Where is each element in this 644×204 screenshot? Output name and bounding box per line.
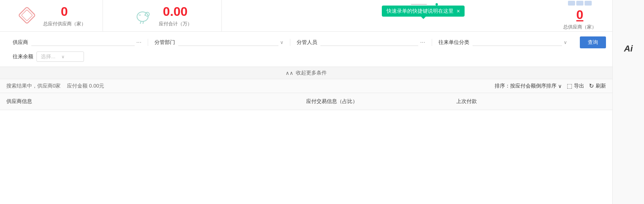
dept-input-wrapper bbox=[178, 39, 278, 46]
refresh-icon: ↻ bbox=[589, 82, 594, 90]
export-label: 导出 bbox=[574, 82, 584, 90]
unit-input-wrapper bbox=[473, 39, 562, 46]
payable-total-values: 0.00 应付合计（万） bbox=[159, 4, 192, 27]
unit-input[interactable] bbox=[473, 39, 562, 45]
sort-label: 排序：按应付会额倒序排序 bbox=[495, 82, 556, 90]
ai-label[interactable]: Ai bbox=[624, 44, 633, 54]
collapse-bar: ∧∧ 收起更多条件 bbox=[0, 67, 612, 79]
mini-rect-3 bbox=[585, 1, 592, 6]
total-suppliers-number: 0 bbox=[576, 7, 583, 22]
payable-total-number: 0.00 bbox=[163, 4, 187, 19]
results-amount: 应付金额 0.00元 bbox=[67, 82, 104, 90]
query-button[interactable]: 查询 bbox=[580, 36, 606, 48]
export-icon: ⬚ bbox=[567, 82, 572, 90]
filter-row-1: 供应商 ··· 分管部门 ∨ 分管人员 bbox=[6, 36, 606, 48]
results-bar: 搜索结果中，供应商0家 应付金额 0.00元 排序：按应付会额倒序排序 ∨ ⬚ … bbox=[0, 79, 612, 93]
sort-dropdown[interactable]: 排序：按应付会额倒序排序 ∨ bbox=[495, 82, 562, 90]
right-panel: Ai bbox=[612, 0, 644, 204]
person-input-wrapper bbox=[320, 39, 419, 46]
col-transaction-info: 应付交易信息（占比） bbox=[306, 98, 456, 105]
svg-point-2 bbox=[137, 12, 148, 21]
balance-arrow: ∨ bbox=[61, 54, 80, 59]
export-button[interactable]: ⬚ 导出 bbox=[567, 82, 584, 90]
dept-label: 分管部门 bbox=[154, 39, 175, 46]
collapse-label: 收起更多条件 bbox=[296, 69, 327, 76]
tooltip-container: 快速录单的快捷键说明在这里 × bbox=[408, 2, 439, 6]
col-last-payment: 上次付款 bbox=[456, 98, 606, 105]
supplier-input[interactable] bbox=[31, 39, 135, 45]
stat-payable-total: 0.00 应付合计（万） bbox=[103, 0, 222, 31]
tooltip-bubble: 快速录单的快捷键说明在这里 × bbox=[382, 6, 465, 17]
unit-label: 往来单位分类 bbox=[438, 39, 469, 46]
filter-row-2: 往来余额 选择... ∨ bbox=[6, 51, 606, 62]
results-suppliers-count: 搜索结果中，供应商0家 bbox=[6, 82, 61, 90]
stat-total-payable: 0 总应付供应商（家） bbox=[0, 0, 103, 31]
dept-chevron[interactable]: ∨ bbox=[280, 40, 284, 45]
person-dots[interactable]: ··· bbox=[420, 39, 425, 46]
balance-select[interactable]: 选择... ∨ bbox=[36, 51, 84, 62]
supplier-label: 供应商 bbox=[13, 39, 28, 46]
svg-point-4 bbox=[139, 14, 141, 16]
supplier-dots[interactable]: ··· bbox=[136, 39, 141, 46]
supplier-input-wrapper bbox=[31, 39, 135, 46]
main-content: 0 总应付供应商（家） 0.00 bbox=[0, 0, 612, 204]
filter-person: 分管人员 ··· bbox=[290, 39, 432, 46]
balance-placeholder: 选择... bbox=[41, 53, 59, 60]
table-header: 供应商信息 应付交易信息（占比） 上次付款 bbox=[0, 93, 612, 110]
refresh-label: 刷新 bbox=[596, 82, 606, 90]
results-right: 排序：按应付会额倒序排序 ∨ ⬚ 导出 ↻ 刷新 bbox=[495, 82, 606, 90]
results-left: 搜索结果中，供应商0家 应付金额 0.00元 bbox=[6, 82, 104, 90]
stat-total-suppliers: 0 总供应商（家） bbox=[547, 0, 612, 34]
person-input[interactable] bbox=[320, 39, 419, 45]
mini-rect-1 bbox=[568, 1, 575, 6]
person-label: 分管人员 bbox=[297, 39, 317, 46]
tooltip-text: 快速录单的快捷键说明在这里 bbox=[387, 8, 453, 15]
collapse-chevrons: ∧∧ bbox=[286, 70, 293, 76]
balance-label: 往来余额 bbox=[13, 53, 33, 60]
collapse-button[interactable]: ∧∧ 收起更多条件 bbox=[286, 69, 327, 76]
piggy-icon bbox=[133, 6, 152, 26]
table-body bbox=[0, 110, 612, 204]
total-suppliers-label: 总供应商（家） bbox=[563, 24, 596, 31]
table-container: 供应商信息 应付交易信息（占比） 上次付款 bbox=[0, 93, 612, 204]
tooltip-and-stat-area: 快速录单的快捷键说明在这里 × 0 总供 bbox=[222, 0, 612, 31]
svg-rect-0 bbox=[18, 7, 35, 23]
payable-total-label: 应付合计（万） bbox=[159, 21, 192, 27]
stats-bar: 0 总应付供应商（家） 0.00 bbox=[0, 0, 612, 32]
dept-input[interactable] bbox=[178, 39, 278, 45]
tooltip-line-seg bbox=[411, 4, 427, 5]
total-payable-number: 0 bbox=[61, 4, 68, 19]
filter-bar: 供应商 ··· 分管部门 ∨ 分管人员 bbox=[0, 32, 612, 67]
page-wrapper: 0 总应付供应商（家） 0.00 bbox=[0, 0, 644, 204]
diamond-icon bbox=[17, 6, 37, 26]
mini-rect-2 bbox=[576, 1, 583, 6]
total-payable-label: 总应付供应商（家） bbox=[43, 21, 86, 27]
filter-unit: 往来单位分类 ∨ bbox=[432, 39, 574, 46]
filter-supplier: 供应商 ··· bbox=[6, 39, 148, 46]
mini-rects-icon bbox=[568, 1, 592, 6]
stat-total-payable-values: 0 总应付供应商（家） bbox=[43, 4, 86, 27]
refresh-button[interactable]: ↻ 刷新 bbox=[589, 82, 606, 90]
sort-chevron: ∨ bbox=[558, 83, 562, 89]
svg-line-6 bbox=[143, 21, 143, 24]
col-supplier-info: 供应商信息 bbox=[6, 98, 306, 105]
filter-dept: 分管部门 ∨ bbox=[148, 39, 290, 46]
unit-chevron[interactable]: ∨ bbox=[564, 40, 567, 45]
tooltip-close-btn[interactable]: × bbox=[457, 8, 460, 14]
svg-point-7 bbox=[144, 14, 145, 15]
svg-line-5 bbox=[140, 21, 141, 24]
